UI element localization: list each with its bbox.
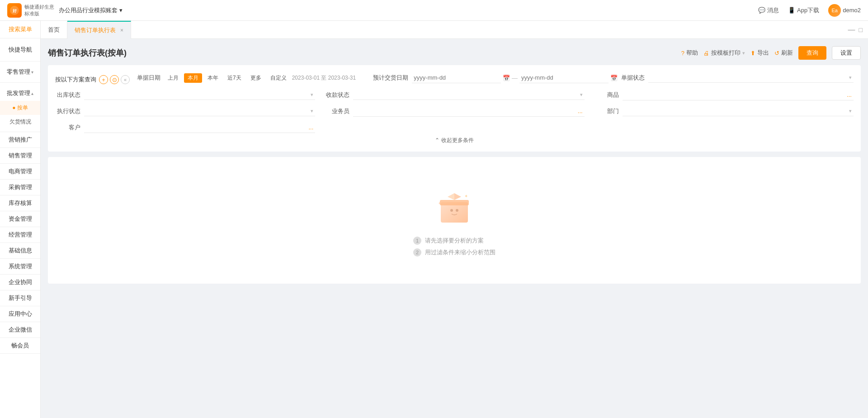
sidebar: 搜索菜单 快捷导航 零售管理 ▾ 批发管理 ▴ ● 按单 欠货情况 营销推广 销… bbox=[0, 21, 41, 418]
filter-main-row: 单据日期 上月 本月 本年 近7天 更多 自定义 2023-03-01 至 20… bbox=[137, 72, 854, 83]
filter-top-row: 按以下方案查询 + ⊙ « 单据日期 上月 本月 bbox=[55, 72, 854, 84]
tab-active[interactable]: 销售订单执行表 × bbox=[67, 21, 131, 39]
sidebar-item-quick-nav[interactable]: 快捷导航 bbox=[0, 42, 40, 57]
sidebar-item-purchase[interactable]: 采购管理 bbox=[0, 180, 40, 195]
logo-icon: 好 bbox=[7, 3, 22, 18]
print-dropdown-icon: ▾ bbox=[742, 50, 745, 56]
payment-status-field[interactable]: ▾ bbox=[353, 90, 584, 100]
exec-status-field[interactable]: ▾ bbox=[84, 106, 315, 116]
sidebar-item-corp-collab[interactable]: 企业协同 bbox=[0, 275, 40, 290]
doc-status-chevron-icon: ▾ bbox=[849, 75, 852, 81]
exec-status-label: 执行状态 bbox=[55, 107, 80, 115]
date-filter-area: 上月 本月 本年 近7天 更多 自定义 2023-03-01 至 2023-03… bbox=[164, 73, 369, 83]
sidebar-item-member[interactable]: 畅会员 bbox=[0, 338, 40, 354]
product-field[interactable]: ... bbox=[623, 90, 854, 100]
department-field[interactable]: ▾ bbox=[623, 106, 854, 116]
logo-text: 畅捷通好生意 标准版 bbox=[24, 4, 54, 17]
customer-label: 客户 bbox=[55, 124, 80, 132]
shipment-chevron-icon: ▾ bbox=[311, 92, 313, 98]
shipment-status-field[interactable]: ▾ bbox=[84, 90, 315, 100]
retail-mgmt-header[interactable]: 零售管理 ▾ bbox=[0, 64, 40, 80]
payment-status-label: 收款状态 bbox=[324, 91, 349, 99]
wholesale-mgmt-header[interactable]: 批发管理 ▴ bbox=[0, 86, 40, 101]
expected-date-label: 预计交货日期 bbox=[373, 74, 408, 82]
sidebar-sub-item-按单[interactable]: ● 按单 bbox=[0, 101, 40, 115]
date-btn-this-month[interactable]: 本月 bbox=[184, 73, 202, 83]
sidebar-item-operations[interactable]: 经营管理 bbox=[0, 227, 40, 243]
empty-state: ✦ ✦ 1 请先选择要分析的方案 2 用过滤条件来 bbox=[48, 157, 861, 284]
product-dots-icon: ... bbox=[847, 91, 852, 98]
tip-num-1: 1 bbox=[413, 237, 421, 245]
tab-home[interactable]: 首页 bbox=[41, 21, 67, 39]
page-actions: ? 帮助 🖨 按模板打印 ▾ ⬆ 导出 ↺ 刷新 bbox=[681, 46, 861, 60]
content-area: 首页 销售订单执行表 × — □ 销售订单执行表(按单) ? 帮助 bbox=[41, 21, 868, 418]
sidebar-item-corp-wechat[interactable]: 企业微信 bbox=[0, 322, 40, 338]
refresh-btn[interactable]: ↺ 刷新 bbox=[774, 49, 793, 57]
export-btn[interactable]: ⬆ 导出 bbox=[750, 49, 769, 57]
salesperson-field[interactable]: ... bbox=[353, 106, 584, 117]
date-range-text: 2023-03-01 至 2023-03-31 bbox=[292, 74, 356, 82]
date-btn-custom[interactable]: 自定义 bbox=[267, 73, 290, 83]
app-download-btn[interactable]: 📱 App下载 bbox=[788, 6, 819, 14]
tab-active-label: 销售订单执行表 bbox=[75, 26, 116, 34]
quick-nav-section: 快捷导航 bbox=[0, 38, 40, 62]
calendar-start-icon: 📅 bbox=[503, 75, 510, 81]
sidebar-item-marketing[interactable]: 营销推广 bbox=[0, 132, 40, 148]
doc-status-field[interactable]: ▾ bbox=[648, 73, 854, 83]
collapse-more-btn[interactable]: ⌃ 收起更多条件 bbox=[55, 133, 854, 144]
expected-date-end-input[interactable] bbox=[519, 72, 609, 83]
tab-maximize-btn[interactable]: □ bbox=[859, 26, 863, 33]
date-btn-this-year[interactable]: 本年 bbox=[204, 73, 222, 83]
customer-field[interactable]: ... bbox=[84, 122, 315, 133]
user-profile[interactable]: Ea demo2 bbox=[828, 4, 861, 17]
svg-text:✦: ✦ bbox=[464, 194, 468, 199]
scheme-edit-btn[interactable]: ⊙ bbox=[110, 75, 119, 84]
settings-button[interactable]: 设置 bbox=[832, 46, 861, 60]
tab-bar-actions: — □ bbox=[843, 26, 868, 34]
template-print-btn[interactable]: 🖨 按模板打印 ▾ bbox=[703, 49, 745, 57]
doc-status-label: 单据状态 bbox=[621, 74, 645, 82]
svg-point-7 bbox=[456, 209, 458, 212]
tab-minimize-btn[interactable]: — bbox=[848, 26, 855, 34]
app-selector[interactable]: 办公用品行业模拟账套 ▾ bbox=[59, 6, 123, 14]
exec-chevron-icon: ▾ bbox=[311, 108, 313, 114]
tip-num-2: 2 bbox=[413, 248, 421, 256]
date-btn-7days[interactable]: 近7天 bbox=[224, 73, 245, 83]
scheme-actions: + ⊙ « bbox=[99, 75, 130, 84]
tab-close-btn[interactable]: × bbox=[120, 27, 123, 33]
help-btn[interactable]: ? 帮助 bbox=[681, 49, 698, 57]
date-btn-last-month[interactable]: 上月 bbox=[164, 73, 182, 83]
sidebar-item-inventory[interactable]: 库存核算 bbox=[0, 195, 40, 211]
department-chevron-icon: ▾ bbox=[849, 108, 852, 114]
scheme-collapse-btn[interactable]: « bbox=[121, 75, 130, 84]
payment-status-row: 收款状态 ▾ bbox=[324, 90, 584, 100]
expected-date-start-input[interactable] bbox=[412, 72, 501, 83]
date-btn-more[interactable]: 更多 bbox=[247, 73, 265, 83]
help-icon: ? bbox=[681, 50, 684, 57]
sidebar-item-ecommerce[interactable]: 电商管理 bbox=[0, 164, 40, 180]
sidebar-item-finance[interactable]: 资金管理 bbox=[0, 211, 40, 227]
sidebar-item-app-center[interactable]: 应用中心 bbox=[0, 306, 40, 322]
filter-grid: 出库状态 ▾ 收款状态 ▾ bbox=[55, 90, 854, 133]
page-title: 销售订单执行表(按单) bbox=[48, 48, 127, 58]
department-label: 部门 bbox=[594, 107, 619, 115]
sidebar-item-system[interactable]: 系统管理 bbox=[0, 259, 40, 275]
date-label: 单据日期 bbox=[137, 74, 160, 82]
message-btn[interactable]: 💬 消息 bbox=[758, 6, 779, 14]
scheme-add-btn[interactable]: + bbox=[99, 75, 108, 84]
svg-text:好: 好 bbox=[12, 9, 17, 13]
empty-icon: ✦ ✦ bbox=[432, 184, 477, 229]
sidebar-sub-item-欠货情况[interactable]: 欠货情况 bbox=[0, 115, 40, 129]
sidebar-item-retail: 零售管理 ▾ bbox=[0, 62, 40, 83]
calendar-end-icon: 📅 bbox=[610, 75, 618, 81]
sidebar-item-basic-info[interactable]: 基础信息 bbox=[0, 243, 40, 259]
sidebar-search[interactable]: 搜索菜单 bbox=[0, 21, 40, 38]
sidebar-item-sales[interactable]: 销售管理 bbox=[0, 148, 40, 164]
query-button[interactable]: 查询 bbox=[798, 46, 826, 60]
page-header: 销售订单执行表(按单) ? 帮助 🖨 按模板打印 ▾ ⬆ 导出 bbox=[48, 46, 861, 60]
sidebar-item-new-user[interactable]: 新手引导 bbox=[0, 290, 40, 306]
exec-status-row: 执行状态 ▾ bbox=[55, 106, 315, 117]
customer-dots-icon: ... bbox=[308, 124, 313, 131]
sidebar-item-wholesale: 批发管理 ▴ ● 按单 欠货情况 bbox=[0, 83, 40, 132]
department-row: 部门 ▾ bbox=[594, 106, 854, 117]
